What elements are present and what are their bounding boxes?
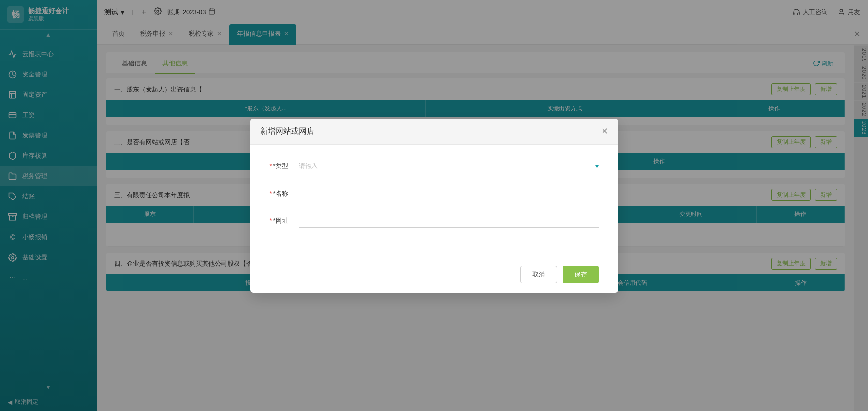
modal-add-website: 新增网站或网店 ✕ **类型 ▾ **名称 [250, 119, 618, 293]
cancel-button[interactable]: 取消 [520, 266, 557, 283]
type-label-text: *类型 [273, 162, 288, 169]
type-control: ▾ [299, 159, 599, 173]
modal-close-button[interactable]: ✕ [601, 127, 608, 136]
save-button[interactable]: 保存 [563, 266, 599, 283]
form-row-url: **网址 [270, 214, 599, 228]
required-mark: * [270, 217, 272, 224]
modal-header: 新增网站或网店 ✕ [250, 119, 618, 145]
type-label: **类型 [270, 162, 299, 170]
form-row-name: **名称 [270, 187, 599, 200]
type-input[interactable] [299, 162, 595, 169]
name-input[interactable] [299, 190, 599, 197]
name-label-text: *名称 [273, 190, 288, 197]
name-control [299, 187, 599, 200]
url-label: **网址 [270, 216, 299, 225]
form-row-type: **类型 ▾ [270, 159, 599, 173]
url-label-text: *网址 [273, 217, 288, 224]
modal-title: 新增网站或网店 [260, 126, 314, 137]
modal-overlay: 新增网站或网店 ✕ **类型 ▾ **名称 [0, 0, 868, 411]
modal-footer: 取消 保存 [250, 256, 618, 293]
modal-body: **类型 ▾ **名称 **网址 [250, 145, 618, 256]
type-dropdown-arrow[interactable]: ▾ [595, 162, 599, 170]
required-mark: * [270, 190, 272, 197]
required-mark: * [270, 162, 272, 169]
url-input[interactable] [299, 217, 599, 224]
name-label: **名称 [270, 189, 299, 198]
url-control [299, 214, 599, 228]
